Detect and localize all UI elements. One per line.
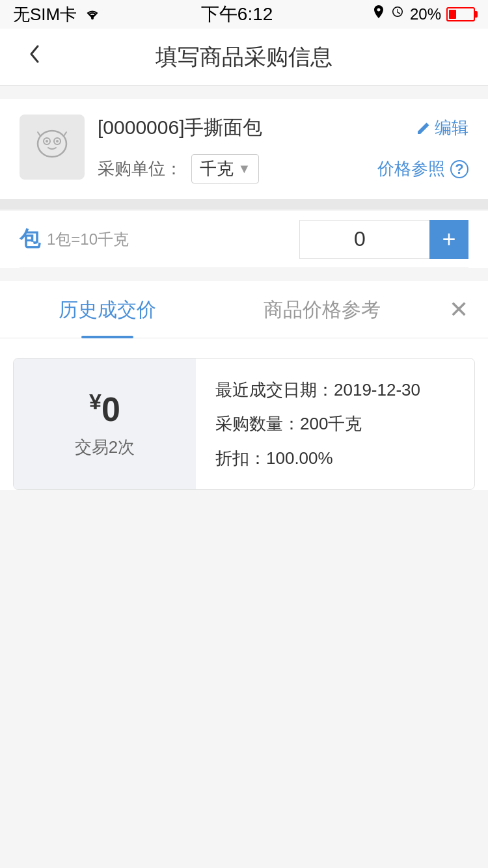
back-button[interactable] (20, 34, 48, 79)
tab-product-price-reference[interactable]: 商品价格参考 (215, 281, 429, 338)
unit-dropdown[interactable]: 千克 ▼ (191, 154, 259, 183)
tab-history-label: 历史成交价 (59, 299, 156, 320)
discount-label: 折扣： (215, 448, 266, 468)
battery-percent: 20% (410, 5, 441, 23)
product-header: [0000006]手撕面包 编辑 采购单位： 千克 ▼ 价格 (20, 115, 468, 183)
page-title: 填写商品采购信息 (156, 42, 332, 72)
product-name: [0000006]手撕面包 (98, 115, 262, 141)
product-thumbnail (20, 115, 85, 180)
wifi-icon (83, 5, 102, 25)
trade-price: ¥0 (89, 389, 120, 429)
tab-history-price[interactable]: 历史成交价 (0, 281, 215, 338)
package-conversion: 1包=10千克 (47, 229, 129, 250)
product-top-row: [0000006]手撕面包 编辑 (98, 115, 468, 141)
quantity-input-block: + (299, 220, 468, 259)
section-separator (0, 199, 488, 210)
quantity-input[interactable] (299, 220, 429, 259)
status-time: 下午6:12 (201, 2, 273, 27)
price-ref-label: 价格参照 (377, 157, 445, 180)
price-value: 0 (102, 391, 120, 429)
main-content-area (0, 509, 488, 868)
svg-point-1 (38, 131, 66, 157)
tabs-header: 历史成交价 商品价格参考 ✕ (0, 281, 488, 338)
purchase-qty-label: 采购数量： (215, 414, 300, 433)
product-image-placeholder (33, 124, 72, 170)
dropdown-arrow: ▼ (237, 161, 251, 176)
discount-value: 100.00% (266, 448, 333, 468)
close-icon: ✕ (449, 296, 468, 323)
quantity-row: 包 1包=10千克 + (20, 211, 468, 268)
unit-value: 千克 (200, 157, 234, 180)
carrier-label: 无SIM卡 (13, 3, 77, 26)
price-ref-icon: ? (450, 160, 468, 178)
unit-selector: 采购单位： 千克 ▼ (98, 154, 259, 183)
svg-point-5 (56, 140, 59, 142)
unit-label: 采购单位： (98, 159, 182, 178)
tab-reference-label: 商品价格参考 (264, 299, 381, 320)
purchase-qty-row: 采购数量：200千克 (215, 412, 455, 435)
package-unit-label: 包 (20, 225, 40, 254)
svg-point-4 (46, 140, 48, 142)
status-right: 20% (372, 5, 475, 23)
trade-count: 交易2次 (75, 436, 135, 459)
quantity-plus-button[interactable]: + (429, 220, 468, 259)
battery-icon (446, 7, 475, 21)
status-bar: 无SIM卡 下午6:12 20% (0, 0, 488, 29)
recent-date-row: 最近成交日期：2019-12-30 (215, 378, 455, 401)
discount-row: 折扣：100.00% (215, 446, 455, 470)
quantity-label-block: 包 1包=10千克 (20, 225, 129, 254)
recent-date-label: 最近成交日期： (215, 380, 334, 400)
plus-icon: + (442, 226, 455, 253)
status-left: 无SIM卡 (13, 3, 102, 26)
tab-active-indicator (81, 336, 133, 338)
product-unit-row: 采购单位： 千克 ▼ 价格参照 ? (98, 154, 468, 183)
tab-close-button[interactable]: ✕ (429, 281, 488, 338)
recent-date-value: 2019-12-30 (334, 380, 420, 400)
edit-label: 编辑 (435, 116, 468, 139)
price-symbol: ¥ (89, 389, 102, 414)
price-reference-button[interactable]: 价格参照 ? (377, 157, 468, 180)
svg-point-0 (91, 17, 94, 20)
quantity-section: 包 1包=10千克 + (0, 211, 488, 268)
edit-button[interactable]: 编辑 (416, 116, 468, 139)
trade-card: ¥0 交易2次 最近成交日期：2019-12-30 采购数量：200千克 折扣：… (13, 358, 475, 490)
tabs-section: 历史成交价 商品价格参考 ✕ ¥0 交易2次 最近成交日期：2019-12-30… (0, 281, 488, 490)
purchase-qty-value: 200千克 (300, 414, 362, 433)
trade-card-right: 最近成交日期：2019-12-30 采购数量：200千克 折扣：100.00% (196, 359, 474, 489)
product-info: [0000006]手撕面包 编辑 采购单位： 千克 ▼ 价格 (98, 115, 468, 183)
alarm-icon (390, 5, 405, 23)
trade-card-left: ¥0 交易2次 (14, 359, 196, 489)
location-icon (372, 5, 385, 23)
product-section: [0000006]手撕面包 编辑 采购单位： 千克 ▼ 价格 (0, 99, 488, 199)
nav-bar: 填写商品采购信息 (0, 29, 488, 86)
